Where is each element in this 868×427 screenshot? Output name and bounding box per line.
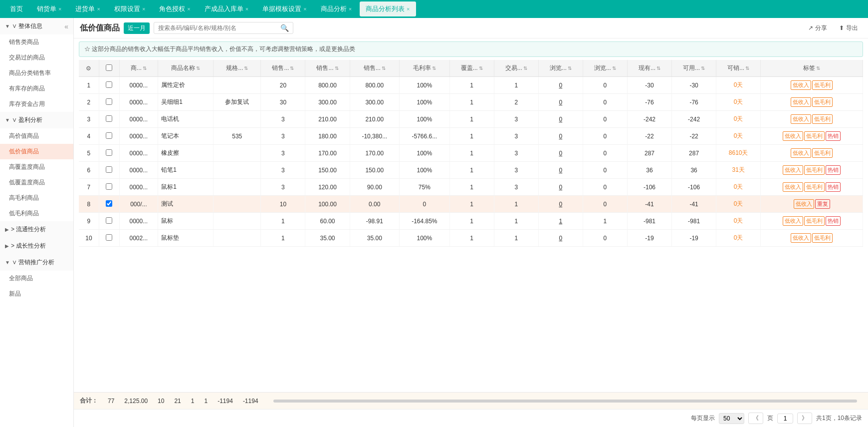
- row-checkbox[interactable]: [99, 77, 119, 94]
- col-header-current_stock[interactable]: 现有...⇅: [627, 60, 671, 77]
- row-checkbox[interactable]: [99, 213, 119, 230]
- sidebar-item[interactable]: 低价值商品: [0, 144, 73, 159]
- close-icon[interactable]: ×: [97, 6, 100, 12]
- col-header-tags[interactable]: 标签⇅: [761, 60, 863, 77]
- col-header-sales_price[interactable]: 销售...⇅: [305, 60, 350, 77]
- sort-icon[interactable]: ⇅: [816, 65, 820, 71]
- first-page-button[interactable]: 《: [748, 413, 763, 424]
- row-checkbox[interactable]: [99, 145, 119, 162]
- sidebar-item[interactable]: 高覆盖度商品: [0, 159, 73, 175]
- row-checkbox[interactable]: [99, 111, 119, 128]
- row-select-checkbox[interactable]: [106, 217, 112, 224]
- views1-link[interactable]: 0: [559, 82, 562, 89]
- close-icon[interactable]: ×: [187, 6, 190, 12]
- sidebar-item[interactable]: 库存资金占用: [0, 96, 73, 112]
- col-header-checkbox[interactable]: [99, 60, 119, 77]
- sidebar-item[interactable]: 销售类商品: [0, 34, 73, 50]
- page-number-input[interactable]: [777, 414, 793, 424]
- sidebar-item[interactable]: 高毛利商品: [0, 190, 73, 206]
- sidebar-item[interactable]: 高价值商品: [0, 128, 73, 144]
- sidebar-item[interactable]: 新品: [0, 286, 73, 302]
- col-header-settings[interactable]: ⚙: [79, 60, 99, 77]
- sidebar-group-header[interactable]: ▶> 成长性分析: [0, 238, 73, 254]
- row-select-checkbox[interactable]: [106, 234, 112, 241]
- nav-item[interactable]: 销货单×: [31, 1, 67, 16]
- close-icon[interactable]: ×: [407, 6, 410, 12]
- sort-icon[interactable]: ⇅: [612, 65, 616, 71]
- nav-item[interactable]: 权限设置×: [108, 1, 151, 16]
- row-select-checkbox[interactable]: [106, 183, 112, 190]
- sidebar-collapse-icon[interactable]: «: [64, 22, 68, 30]
- sidebar-item[interactable]: 有库存的商品: [0, 81, 73, 96]
- row-select-checkbox[interactable]: [106, 149, 112, 156]
- views1-link[interactable]: 1: [559, 218, 562, 225]
- close-icon[interactable]: ×: [245, 6, 248, 12]
- sort-icon[interactable]: ⇅: [701, 65, 705, 71]
- per-page-select[interactable]: 50 20 100: [719, 413, 744, 424]
- views1-link[interactable]: 0: [559, 116, 562, 123]
- col-header-spec[interactable]: 规格...⇅: [214, 60, 261, 77]
- nav-item[interactable]: 首页: [4, 1, 29, 16]
- scrollbar[interactable]: [273, 400, 857, 403]
- col-header-transactions[interactable]: 交易...⇅: [494, 60, 538, 77]
- row-views1[interactable]: 0: [538, 162, 583, 179]
- filter-button[interactable]: 近一月: [124, 22, 150, 34]
- sort-icon[interactable]: ⇅: [745, 65, 749, 71]
- views1-link[interactable]: 0: [559, 184, 562, 191]
- sidebar-item[interactable]: 商品分类销售率: [0, 65, 73, 81]
- views1-link[interactable]: 0: [559, 201, 562, 208]
- sidebar-group-header[interactable]: ▼∨ 盈利分析: [0, 112, 73, 128]
- views1-link[interactable]: 0: [559, 167, 562, 174]
- search-icon[interactable]: 🔍: [280, 24, 289, 32]
- close-icon[interactable]: ×: [349, 6, 352, 12]
- sidebar-item[interactable]: 低覆盖度商品: [0, 175, 73, 190]
- sidebar-item[interactable]: 交易过的商品: [0, 50, 73, 65]
- export-button[interactable]: ⬆ 导出: [835, 22, 862, 34]
- sort-icon[interactable]: ⇅: [335, 65, 339, 71]
- row-select-checkbox[interactable]: [106, 132, 112, 139]
- col-header-name[interactable]: 商品名称⇅: [158, 60, 214, 77]
- row-select-checkbox[interactable]: [106, 115, 112, 122]
- sort-icon[interactable]: ⇅: [568, 65, 572, 71]
- row-checkbox[interactable]: [99, 128, 119, 145]
- nav-item[interactable]: 角色授权×: [153, 1, 196, 16]
- col-header-views1[interactable]: 浏览...⇅: [538, 60, 583, 77]
- row-views1[interactable]: 0: [538, 196, 583, 213]
- close-icon[interactable]: ×: [58, 6, 61, 12]
- row-checkbox[interactable]: [99, 196, 119, 213]
- sidebar-group-header[interactable]: ▼∨ 营销推广分析: [0, 254, 73, 271]
- row-checkbox[interactable]: [99, 162, 119, 179]
- views1-link[interactable]: 0: [559, 150, 562, 157]
- sort-icon[interactable]: ⇅: [382, 65, 386, 71]
- views1-link[interactable]: 0: [559, 99, 562, 106]
- nav-item[interactable]: 商品分析×: [315, 1, 358, 16]
- row-checkbox[interactable]: [99, 94, 119, 111]
- sidebar-item[interactable]: 全部商品: [0, 271, 73, 286]
- row-views1[interactable]: 0: [538, 230, 583, 247]
- sort-icon[interactable]: ⇅: [244, 65, 248, 71]
- sidebar-item[interactable]: 低毛利商品: [0, 206, 73, 221]
- row-views1[interactable]: 0: [538, 94, 583, 111]
- sort-icon[interactable]: ⇅: [290, 65, 294, 71]
- row-checkbox[interactable]: [99, 230, 119, 247]
- share-button[interactable]: ↗ 分享: [804, 22, 831, 34]
- row-views1[interactable]: 0: [538, 145, 583, 162]
- close-icon[interactable]: ×: [142, 6, 145, 12]
- row-views1[interactable]: 1: [538, 213, 583, 230]
- col-header-saleable[interactable]: 可销...⇅: [716, 60, 761, 77]
- row-views1[interactable]: 0: [538, 179, 583, 196]
- sidebar-group-header[interactable]: ▼∨ 整体信息«: [0, 18, 73, 34]
- sort-icon[interactable]: ⇅: [479, 65, 483, 71]
- nav-item[interactable]: 产成品入库单×: [199, 1, 254, 16]
- sort-icon[interactable]: ⇅: [196, 65, 200, 71]
- settings-icon[interactable]: ⚙: [86, 65, 91, 72]
- row-select-checkbox[interactable]: [106, 98, 112, 105]
- col-header-available[interactable]: 可用...⇅: [672, 60, 716, 77]
- views1-link[interactable]: 0: [559, 133, 562, 140]
- row-views1[interactable]: 0: [538, 77, 583, 94]
- col-header-sales_amount[interactable]: 销售...⇅: [350, 60, 400, 77]
- col-header-coverage[interactable]: 覆盖...⇅: [449, 60, 494, 77]
- row-views1[interactable]: 0: [538, 128, 583, 145]
- nav-item[interactable]: 单据模板设置×: [256, 1, 312, 16]
- sidebar-group-header[interactable]: ▶> 流通性分析: [0, 221, 73, 238]
